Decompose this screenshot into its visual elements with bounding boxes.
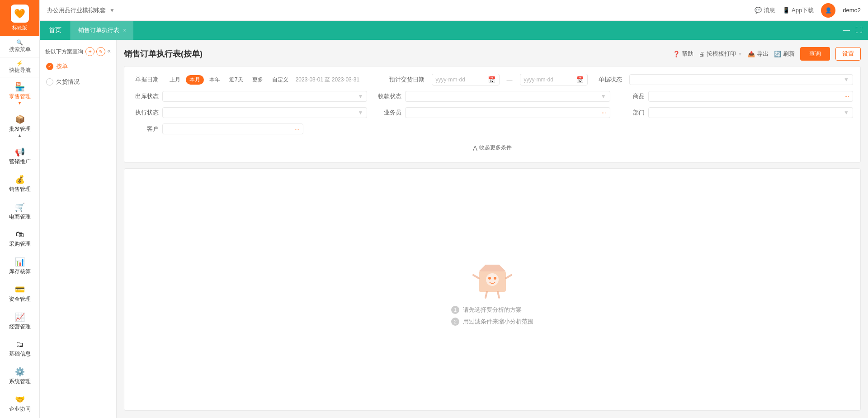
calendar-icon-end: 📅 [576, 76, 584, 83]
help-button[interactable]: ❓ 帮助 [673, 50, 693, 58]
dept-select[interactable]: ▼ [648, 107, 853, 118]
order-status-label: 单据状态 [595, 76, 622, 84]
date-tab-thismonth[interactable]: 本月 [186, 75, 204, 85]
left-panel: 按以下方案查询 + ✎ « ✓ 按单 欠货情况 [40, 40, 117, 418]
salesperson-input[interactable]: ··· [405, 107, 610, 118]
marketing-label: 营销推广 [9, 158, 31, 166]
filter-row-4: 客户 ··· [132, 124, 853, 134]
sidebar-item-system[interactable]: ⚙️ 系统管理 [0, 362, 39, 390]
page-title: 销售订单执行表(按单) [124, 48, 203, 59]
export-label: 导出 [757, 50, 769, 58]
date-tab-custom[interactable]: 自定义 [269, 75, 292, 85]
tab-sales-order[interactable]: 销售订单执行表 × [71, 21, 133, 40]
sidebar-search[interactable]: 🔍 搜索菜单 [0, 36, 39, 57]
add-scheme-button[interactable]: + [85, 47, 94, 56]
left-panel-title: 按以下方案查询 [45, 48, 83, 56]
sidebar-item-ecommerce[interactable]: 🛒 电商管理 [0, 198, 39, 225]
date-tab-thisyear[interactable]: 本年 [206, 75, 224, 85]
inactive-scheme-dot [46, 78, 53, 86]
sidebar-item-marketing[interactable]: 📢 营销推广 [0, 142, 39, 170]
expand-icon: ▼ [18, 100, 22, 105]
product-dots: ··· [844, 93, 849, 100]
scheme-debt[interactable]: 欠货情况 [40, 74, 116, 90]
tab-spacer [133, 21, 837, 40]
sidebar-item-wholesale[interactable]: 📦 批发管理 ▲ [0, 110, 39, 142]
window-controls: — ⛶ [837, 21, 868, 40]
collapse-label: 收起更多条件 [479, 144, 512, 152]
receipt-status-label: 收款状态 [374, 92, 401, 100]
date-tab-lastmonth[interactable]: 上月 [166, 75, 184, 85]
customer-dots: ··· [295, 126, 299, 132]
collapse-button[interactable]: ⋀ 收起更多条件 [467, 142, 517, 153]
ecommerce-icon: 🛒 [15, 202, 25, 212]
exec-status-chevron: ▼ [358, 109, 363, 116]
sidebar-item-finance[interactable]: 💳 资金管理 [0, 280, 39, 308]
date-tabs: 上月 本月 本年 近7天 更多 自定义 [166, 75, 292, 85]
svg-line-7 [498, 292, 499, 298]
tip-num-1: 1 [451, 306, 459, 314]
query-button[interactable]: 查询 [800, 47, 830, 61]
sidebar-item-enterprise[interactable]: 🤝 企业协同 [0, 390, 39, 418]
export-button[interactable]: 📤 导出 [748, 50, 769, 58]
out-status-select[interactable]: ▼ [162, 91, 367, 102]
tip-text-1: 请先选择要分析的方案 [463, 306, 522, 314]
date-tab-7days[interactable]: 近7天 [226, 75, 247, 85]
refresh-button[interactable]: 🔄 刷新 [774, 50, 795, 58]
settings-button[interactable]: 设置 [835, 47, 861, 61]
finance-icon: 💳 [15, 285, 25, 294]
dept-section: 部门 ▼ [618, 107, 853, 118]
empty-tip-1: 1 请先选择要分析的方案 [451, 306, 533, 314]
customer-input[interactable]: ··· [162, 124, 303, 134]
scheme-by-order-label: 按单 [56, 62, 68, 71]
maximize-button[interactable]: ⛶ [855, 26, 863, 34]
sidebar-logo[interactable]: 🧡 标账版 [0, 0, 39, 36]
user-name[interactable]: demo2 [843, 7, 861, 14]
print-icon: 🖨 [699, 51, 705, 57]
suite-dropdown-icon[interactable]: ▼ [109, 7, 115, 14]
purchase-label: 采购管理 [9, 240, 31, 248]
sidebar-item-basic[interactable]: 🗂 基础信息 [0, 335, 39, 362]
minimize-button[interactable]: — [843, 26, 850, 34]
exec-status-select[interactable]: ▼ [162, 107, 367, 118]
date-group: 上月 本月 本年 近7天 更多 自定义 2023-03-01 至 2023-03… [166, 75, 382, 85]
receipt-status-select[interactable]: ▼ [405, 91, 610, 102]
date-range-display: 2023-03-01 至 2023-03-31 [296, 76, 359, 84]
order-status-select[interactable]: ▼ [629, 74, 854, 85]
top-header: 办公用品行业模拟账套 ▼ 💬 消息 📱 App下载 👤 demo2 [40, 0, 868, 21]
wholesale-icon: 📦 [15, 114, 25, 124]
calendar-icon-start: 📅 [488, 76, 495, 83]
sales-label: 销售管理 [9, 185, 31, 193]
sidebar-item-operations[interactable]: 📈 经营管理 [0, 308, 39, 335]
svg-line-5 [506, 275, 511, 278]
collapse-panel-button[interactable]: « [107, 47, 111, 56]
avatar-image: 👤 [825, 7, 832, 14]
predict-date-end[interactable]: yyyy-mm-dd 📅 [520, 74, 588, 86]
tab-close-icon[interactable]: × [123, 27, 126, 33]
print-chevron[interactable]: ▼ [738, 52, 742, 57]
help-icon: ❓ [673, 51, 680, 57]
filter-row-3: 执行状态 ▼ 业务员 ··· 部门 [132, 107, 853, 118]
sidebar-item-purchase[interactable]: 🛍 采购管理 [0, 225, 39, 252]
sidebar-item-sales[interactable]: 💰 销售管理 [0, 170, 39, 198]
tip-text-2: 用过滤条件来缩小分析范围 [463, 318, 533, 326]
user-avatar[interactable]: 👤 [821, 3, 835, 18]
edit-scheme-button[interactable]: ✎ [96, 47, 105, 56]
svg-point-2 [488, 277, 491, 280]
app-download-button[interactable]: 📱 App下载 [783, 6, 814, 14]
filter-row-2: 出库状态 ▼ 收款状态 ▼ 商品 [132, 91, 853, 102]
product-input[interactable]: ··· [648, 91, 853, 102]
marketing-icon: 📢 [15, 147, 25, 157]
predict-date-start[interactable]: yyyy-mm-dd 📅 [432, 74, 500, 86]
date-tab-more[interactable]: 更多 [249, 75, 267, 85]
active-scheme-dot: ✓ [46, 63, 53, 70]
sales-icon: 💰 [15, 175, 25, 185]
page-title-row: 销售订单执行表(按单) ❓ 帮助 🖨 按模板打印 ▼ 📤 导出 [124, 47, 861, 61]
sidebar-item-retail[interactable]: 🏪 零售管理 ▼ [0, 77, 39, 110]
sidebar-item-inventory[interactable]: 📊 库存核算 [0, 252, 39, 280]
print-button[interactable]: 🖨 按模板打印 ▼ [699, 50, 742, 58]
basic-icon: 🗂 [16, 340, 24, 349]
tab-home[interactable]: 首页 [40, 21, 71, 40]
sidebar-quick-nav[interactable]: ⚡ 快捷导航 [0, 57, 39, 77]
scheme-by-order[interactable]: ✓ 按单 [40, 59, 116, 74]
message-button[interactable]: 💬 消息 [755, 6, 775, 14]
